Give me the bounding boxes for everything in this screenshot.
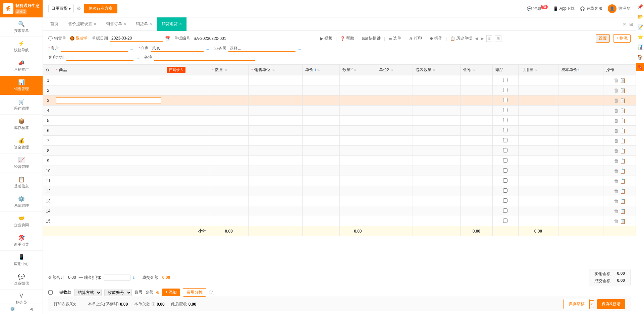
cell-sales-unit[interactable] (249, 116, 303, 126)
cell-quantity[interactable] (209, 216, 249, 226)
cell-unit2[interactable] (376, 166, 413, 176)
cell-unit-price[interactable] (303, 96, 339, 106)
cell-product[interactable] (53, 206, 164, 216)
cell-amount[interactable] (460, 206, 493, 216)
cell-quantity2[interactable] (339, 85, 376, 96)
cell-quantity[interactable] (209, 106, 249, 116)
date-input[interactable] (110, 35, 163, 42)
salesperson-more-btn[interactable]: ... (298, 46, 301, 51)
cell-gift[interactable] (493, 106, 518, 116)
calendar-icon[interactable]: 📅 (165, 36, 170, 41)
cell-quantity2[interactable] (339, 146, 376, 156)
cell-available[interactable] (518, 156, 558, 166)
cell-amount[interactable] (460, 176, 493, 186)
cell-product[interactable] (53, 176, 164, 186)
cell-quantity2[interactable] (339, 75, 376, 85)
customer-input[interactable] (61, 45, 128, 52)
close-all-tabs-icon[interactable]: ✕ (623, 21, 627, 27)
cell-quantity[interactable] (209, 96, 249, 106)
calc-method-select[interactable]: 结算方式 (74, 289, 102, 296)
cell-available[interactable] (518, 146, 558, 156)
tab-price-set[interactable]: 售价提取设置 ✕ (63, 17, 101, 31)
cell-unit-price[interactable] (303, 106, 339, 116)
logistics-button[interactable]: + 物流 (613, 34, 631, 43)
cell-gift[interactable] (493, 186, 518, 196)
delete-row-icon[interactable]: 🗑 (614, 178, 619, 184)
cell-amount[interactable] (460, 75, 493, 85)
cell-product[interactable] (53, 96, 164, 106)
cell-pack-qty[interactable] (413, 166, 460, 176)
cell-unit2[interactable] (376, 96, 413, 106)
sidebar-item-shortcut[interactable]: ⚡ 快捷导航 (0, 37, 43, 56)
cell-unit2[interactable] (376, 75, 413, 85)
cell-amount[interactable] (460, 146, 493, 156)
cell-pack-qty[interactable] (413, 126, 460, 136)
cell-quantity2[interactable] (339, 116, 376, 126)
cell-available[interactable] (518, 75, 558, 85)
cell-quantity[interactable] (209, 166, 249, 176)
cell-gift[interactable] (493, 166, 518, 176)
cell-quantity2[interactable] (339, 126, 376, 136)
cell-amount[interactable] (460, 166, 493, 176)
customer-more-btn[interactable]: ... (130, 46, 133, 51)
gift-checkbox[interactable] (503, 108, 507, 112)
product-input[interactable] (56, 97, 161, 104)
delete-row-icon[interactable]: 🗑 (614, 88, 619, 93)
save-new-btn[interactable]: 保存&新增 (597, 299, 625, 309)
cell-quantity[interactable] (209, 186, 249, 196)
scan-btn[interactable]: 扫码录入 (167, 67, 185, 73)
rt-chart-icon[interactable]: 📊 (636, 43, 644, 51)
col-gear[interactable]: ⚙ (43, 65, 53, 75)
cell-pack-qty[interactable] (413, 85, 460, 96)
gift-checkbox[interactable] (503, 188, 507, 193)
gift-checkbox[interactable] (503, 208, 507, 213)
cell-unit2[interactable] (376, 85, 413, 96)
cell-quantity2[interactable] (339, 216, 376, 226)
cell-available[interactable] (518, 136, 558, 146)
cell-pack-qty[interactable] (413, 196, 460, 206)
gift-checkbox[interactable] (503, 128, 507, 132)
cell-sales-unit[interactable] (249, 136, 303, 146)
delete-row-icon[interactable]: 🗑 (614, 98, 619, 103)
delete-row-icon[interactable]: 🗑 (614, 158, 619, 164)
delete-row-icon[interactable]: 🗑 (614, 118, 619, 123)
cell-pack-qty[interactable] (413, 136, 460, 146)
cell-unit-price[interactable] (303, 85, 339, 96)
cell-quantity[interactable] (209, 206, 249, 216)
radio-ship[interactable]: 销货单 (48, 36, 66, 41)
cell-quantity[interactable] (209, 116, 249, 126)
cell-amount[interactable] (460, 116, 493, 126)
app-download-btn[interactable]: 📱 App下载 (553, 6, 575, 11)
delete-row-icon[interactable]: 🗑 (614, 218, 619, 224)
cell-gift[interactable] (493, 206, 518, 216)
cell-quantity2[interactable] (339, 176, 376, 186)
shortcut-btn[interactable]: ⌨ 快捷键 (362, 36, 381, 41)
cell-product[interactable] (53, 136, 164, 146)
cell-quantity2[interactable] (339, 156, 376, 166)
cell-amount[interactable] (460, 126, 493, 136)
save-draft-btn[interactable]: 保存草稿 (564, 299, 590, 309)
cell-sales-unit[interactable] (249, 106, 303, 116)
cell-available[interactable] (518, 216, 558, 226)
cell-quantity[interactable] (209, 156, 249, 166)
sidebar-item-operation[interactable]: 📈 经营管理 (0, 153, 43, 173)
copy-row-icon[interactable]: 📋 (620, 158, 626, 164)
sidebar-item-inventory[interactable]: 📦 库存核算 (0, 115, 43, 134)
copy-row-icon[interactable]: 📋 (620, 88, 626, 93)
cell-amount[interactable] (460, 106, 493, 116)
gift-checkbox[interactable] (503, 218, 507, 223)
cell-unit2[interactable] (376, 136, 413, 146)
cell-unit-price[interactable] (303, 186, 339, 196)
copy-row-icon[interactable]: 📋 (620, 128, 626, 133)
view-grid-icon[interactable]: ⊞ (495, 35, 501, 42)
history-btn[interactable]: 📋 历史单据 (450, 36, 472, 41)
delete-row-icon[interactable]: 🗑 (614, 198, 619, 204)
view-list-icon[interactable]: ≡ (486, 35, 492, 42)
cell-product[interactable] (53, 106, 164, 116)
cell-unit-price[interactable] (303, 166, 339, 176)
cell-available[interactable] (518, 206, 558, 216)
warehouse-input[interactable] (151, 45, 204, 52)
cell-available[interactable] (518, 126, 558, 136)
cell-product[interactable] (53, 126, 164, 136)
gift-checkbox[interactable] (503, 198, 507, 203)
